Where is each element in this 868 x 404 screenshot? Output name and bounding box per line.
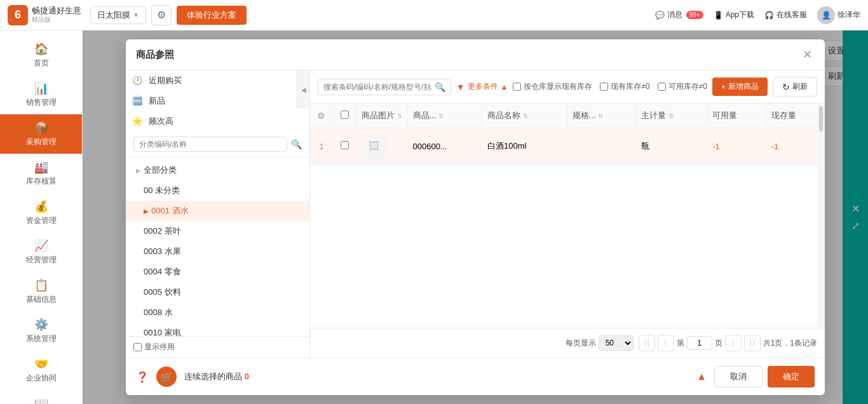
cat-0010[interactable]: 0010 家电 [126,323,309,336]
category-search-icon[interactable]: 🔍 [291,139,302,149]
collapse-button[interactable]: ◀ [297,71,309,109]
trial-button[interactable]: 体验行业方案 [177,6,247,25]
sidebar-item-basic[interactable]: 📋 基础信息 [0,272,82,311]
scrollbar-track[interactable] [817,104,825,328]
cat-0010-label: 0010 家电 [144,327,181,336]
cart-button[interactable]: 🛒 [156,367,177,387]
cat-0008-label: 0008 水 [144,307,173,318]
select-all-checkbox[interactable] [341,111,349,119]
row-available: -1 [707,128,766,165]
cat-arrow-0001: ▶ [144,208,149,215]
modal-overlay: 商品参照 ✕ 🕐 近期购买 [83,30,868,404]
per-page: 每页显示 50 100 [566,335,634,351]
row-select-checkbox[interactable] [341,141,349,149]
settings-icon[interactable]: ⚙ [151,5,172,25]
cat-00[interactable]: 00 未分类 [126,180,309,201]
refresh-button[interactable]: ↻ 刷新 [773,77,817,97]
th-stock: 现存量 [766,104,824,128]
show-disabled-checkbox[interactable] [133,343,142,351]
sidebar-label-enterprise: 企业协同 [26,373,57,384]
add-product-button[interactable]: + 新增商品 [712,77,768,96]
filter-recent[interactable]: 🕐 近期购买 [126,71,297,91]
app-sub: 精品版 [32,15,81,24]
checkbox-usable-nonzero[interactable]: 可用库存≠0 [658,81,707,92]
cancel-button[interactable]: 取消 [714,366,763,387]
selected-count: 0 [245,372,249,381]
sidebar-item-sales[interactable]: 📊 销售管理 [0,75,82,114]
table-row[interactable]: 1 🖼 000600... 白酒100ml [310,128,825,165]
guide-icon: 📖 [34,396,48,404]
product-search-input[interactable] [323,83,432,91]
th-available: 可用量 [707,104,766,128]
more-conditions-btn[interactable]: ▼ 更多条件 ▲ [456,81,508,92]
cat-0003[interactable]: 0003 水果 [126,241,309,262]
service-button[interactable]: 🎧 在线客服 [764,10,807,20]
category-search-input[interactable] [133,137,287,152]
store-selector[interactable]: 日太阳膜 ▼ [90,6,146,24]
sidebar-item-home[interactable]: 🏠 首页 [0,36,82,75]
sidebar-item-purchase[interactable]: 📦 采购管理 [0,114,82,154]
th-name-label: 商品名称 [487,110,520,121]
cat-0002-label: 0002 茶叶 [144,226,181,237]
page-last-button[interactable]: ⟩⟩ [744,335,761,351]
sidebar-item-finance[interactable]: 💰 资金管理 [0,193,82,232]
by-warehouse-input[interactable] [513,83,521,91]
usable-nonzero-label: 可用库存≠0 [668,81,707,92]
page-input[interactable] [687,336,712,350]
sidebar-item-inventory[interactable]: 🏭 库存核算 [0,154,82,193]
th-spec: 规格... ⇅ [567,104,636,128]
show-disabled-label[interactable]: 显示停用 [133,342,175,353]
cat-0001-label: 0001 酒水 [151,205,189,217]
cat-0008[interactable]: 0008 水 [126,302,309,323]
help-icon[interactable]: ❓ [136,371,149,383]
home-icon: 🏠 [34,42,48,56]
modal-body: 🕐 近期购买 🆕 新品 ⭐ 频次高 [126,71,825,358]
right-panel-content: 🔍 ▼ 更多条件 ▲ 按仓库显示现有库存 [310,71,825,358]
usable-nonzero-input[interactable] [658,83,666,91]
new-icon: 🆕 [131,95,144,107]
filter-frequent[interactable]: ⭐ 频次高 [126,111,297,131]
th-name: 商品名称 ⇅ [482,104,567,128]
quick-filters: 🕐 近期购买 🆕 新品 ⭐ 频次高 [126,71,297,131]
page-info: 共1页，1条记录 [763,338,817,349]
checkbox-available-nonzero[interactable]: 现有库存≠0 [600,81,649,92]
selected-text-label: 连续选择的商品 [184,372,242,381]
row-spec [567,128,636,165]
sales-icon: 📊 [34,81,48,95]
cat-0002[interactable]: 0002 茶叶 [126,221,309,241]
page-next-button[interactable]: ⟩ [725,335,742,351]
messages-button[interactable]: 💬 消息 99+ [655,10,703,20]
filter-new[interactable]: 🆕 新品 [126,91,297,111]
row-no: 1 [310,128,333,165]
sidebar-item-operation[interactable]: 📈 经营管理 [0,232,82,272]
row-checkbox[interactable] [333,128,356,165]
page-first-button[interactable]: ⟨⟨ [639,335,655,351]
sidebar-item-guide[interactable]: 📖 新手引导 [0,390,82,404]
page-prev-button[interactable]: ⟨ [658,335,674,351]
search-icon[interactable]: 🔍 [435,82,445,92]
th-checkbox [333,104,356,128]
sidebar-item-enterprise[interactable]: 🤝 企业协同 [0,351,82,390]
confirm-button[interactable]: 确定 [768,366,815,387]
cat-arrow-all: ▶ [136,167,141,174]
filter-checkboxes: 按仓库显示现有库存 现有库存≠0 可用库存≠0 [513,81,707,92]
quick-filters-row: 🕐 近期购买 🆕 新品 ⭐ 频次高 [126,71,309,131]
cat-all[interactable]: ▶ 全部分类 [126,160,309,180]
per-page-select[interactable]: 50 100 [599,335,634,351]
cat-0005[interactable]: 0005 饮料 [126,282,309,302]
th-settings[interactable]: ⚙ [310,104,333,128]
collapse-cart-icon[interactable]: ▲ [696,371,707,382]
cat-0001[interactable]: ▶ 0001 酒水 [126,201,309,221]
more-conditions-label: 更多条件 [468,81,498,92]
sort-spec-icon: ⇅ [598,112,603,119]
modal-close-button[interactable]: ✕ [799,47,815,62]
user-area[interactable]: 👤 徐泽华 [817,6,860,24]
sidebar-item-system[interactable]: ⚙️ 系统管理 [0,311,82,351]
available-nonzero-input[interactable] [600,83,608,91]
checkbox-by-warehouse[interactable]: 按仓库显示现有库存 [513,81,592,92]
app-download-button[interactable]: 📱 App下载 [714,10,754,20]
available-nonzero-label: 现有库存≠0 [611,81,649,92]
finance-icon: 💰 [34,199,48,213]
cat-0004[interactable]: 0004 零食 [126,262,309,282]
table-settings-icon[interactable]: ⚙ [317,111,325,121]
